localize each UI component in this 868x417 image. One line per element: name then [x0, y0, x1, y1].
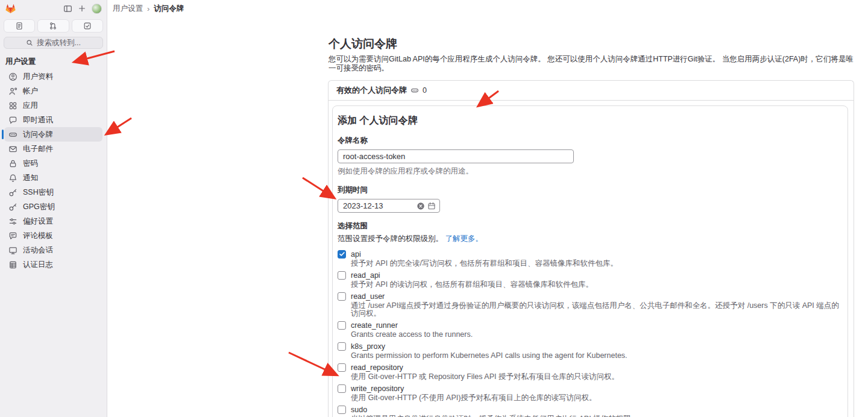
search-icon — [26, 39, 33, 46]
active-tokens-header: 有效的个人访问令牌 0 — [329, 81, 854, 101]
scope-row-sudo: sudo当以管理员用户身份进行身份验证时，授予作为系统中任何用户执行 API 操… — [338, 405, 841, 417]
scope-description: 授予对 API 的完全读/写访问权，包括所有群组和项目、容器镜像库和软件包库。 — [351, 260, 841, 268]
sidebar-item-password[interactable]: 密码 — [4, 156, 102, 171]
scope-name[interactable]: sudo — [351, 406, 367, 414]
sidebar-item-applications[interactable]: 应用 — [4, 98, 102, 113]
key-icon — [8, 188, 17, 197]
scope-row-api: api授予对 API 的完全读/写访问权，包括所有群组和项目、容器镜像库和软件包… — [338, 249, 841, 268]
sidebar-toggle-icon[interactable] — [63, 4, 72, 13]
scope-description: 授予对 API 的读访问权，包括所有群组和项目、容器镜像库和软件包库。 — [351, 281, 841, 289]
sidebar-item-gpg-keys[interactable]: GPG密钥 — [4, 199, 102, 214]
scope-checkbox-read_api[interactable] — [338, 271, 346, 280]
sidebar-item-active-sessions[interactable]: 活动会话 — [4, 243, 102, 257]
sidebar-item-label: GPG密钥 — [23, 202, 55, 212]
sidebar-item-account[interactable]: 帐户 — [4, 84, 102, 98]
sidebar: 搜索或转到... 用户设置 用户资料帐户应用即时通讯访问令牌电子邮件密码通知SS… — [0, 0, 107, 417]
active-tokens-card: 有效的个人访问令牌 0 添加 个人访问令牌 令牌名称 例如使用令牌的应用程序或令… — [328, 80, 854, 417]
sidebar-item-preferences[interactable]: 偏好设置 — [4, 214, 102, 228]
breadcrumb-access-tokens: 访问令牌 — [154, 4, 184, 14]
scopes-help-text: 范围设置授予令牌的权限级别。 — [338, 234, 443, 243]
scope-description: Grants permission to perform Kubernetes … — [351, 352, 841, 360]
log-icon — [8, 260, 17, 269]
scope-name[interactable]: write_repository — [351, 384, 404, 393]
sidebar-item-label: 用户资料 — [23, 72, 53, 82]
sidebar-item-label: 认证日志 — [23, 260, 53, 270]
scope-row-write_repository: write_repository使用 Git-over-HTTP (不使用 AP… — [338, 384, 841, 402]
sidebar-item-ssh-keys[interactable]: SSH密钥 — [4, 185, 102, 199]
expiry-date-input[interactable] — [338, 199, 414, 212]
mail-icon — [8, 145, 17, 154]
token-name-input[interactable] — [338, 149, 574, 163]
sidebar-section-label: 用户设置 — [5, 57, 107, 67]
scope-checkbox-sudo[interactable] — [338, 406, 346, 414]
scopes-label: 选择范围 — [338, 221, 841, 231]
sidebar-nav: 用户资料帐户应用即时通讯访问令牌电子邮件密码通知SSH密钥GPG密钥偏好设置评论… — [0, 69, 107, 272]
token-name-help: 例如使用令牌的应用程序或令牌的用途。 — [338, 166, 841, 177]
scope-checkbox-read_repository[interactable] — [338, 363, 346, 372]
scope-name[interactable]: api — [351, 250, 361, 259]
sidebar-item-notifications[interactable]: 通知 — [4, 171, 102, 185]
scope-name[interactable]: k8s_proxy — [351, 342, 385, 351]
sidebar-item-access-tokens[interactable]: 访问令牌 — [4, 127, 102, 142]
sidebar-item-label: 访问令牌 — [23, 130, 53, 140]
scope-checkbox-api[interactable] — [338, 250, 346, 259]
chat-icon — [8, 116, 17, 125]
scope-row-k8s_proxy: k8s_proxyGrants permission to perform Ku… — [338, 342, 841, 360]
merge-requests-shortcut-button[interactable] — [37, 19, 69, 33]
sidebar-item-chat[interactable]: 即时通讯 — [4, 113, 102, 127]
issues-shortcut-button[interactable] — [4, 19, 35, 33]
scope-name[interactable]: create_runner — [351, 321, 398, 330]
scope-row-create_runner: create_runnerGrants create access to the… — [338, 321, 841, 339]
avatar[interactable] — [92, 4, 102, 14]
scope-row-read_api: read_api授予对 API 的读访问权，包括所有群组和项目、容器镜像库和软件… — [338, 271, 841, 289]
scope-description: 通过 /user API端点授予对通过身份验证的用户概要的只读访问权，该端点包括… — [351, 302, 841, 318]
search-input[interactable]: 搜索或转到... — [4, 37, 103, 49]
scope-checkbox-k8s_proxy[interactable] — [338, 342, 346, 351]
sidebar-item-label: 应用 — [23, 101, 38, 111]
scope-description: Grants create access to the runners. — [351, 331, 841, 339]
sidebar-item-emails[interactable]: 电子邮件 — [4, 142, 102, 156]
scope-description: 使用 Git-over-HTTP 或 Repository Files API … — [351, 373, 841, 381]
gitlab-logo-icon[interactable] — [5, 3, 16, 14]
chevron-right-icon: › — [147, 4, 149, 13]
expiry-date-field[interactable] — [338, 199, 440, 213]
main-content: 个人访问令牌 您可以为需要访问GitLab API的每个应用程序生成个人访问令牌… — [328, 17, 854, 417]
scopes-list: api授予对 API 的完全读/写访问权，包括所有群组和项目、容器镜像库和软件包… — [338, 249, 841, 417]
sidebar-item-label: 偏好设置 — [23, 216, 53, 227]
account-icon — [8, 87, 17, 96]
calendar-icon[interactable] — [427, 202, 436, 210]
scope-name[interactable]: read_user — [351, 292, 385, 301]
sidebar-item-label: 通知 — [23, 173, 38, 183]
scope-checkbox-create_runner[interactable] — [338, 321, 346, 330]
scope-checkbox-write_repository[interactable] — [338, 384, 346, 393]
sidebar-item-label: 电子邮件 — [23, 144, 53, 154]
plus-icon[interactable] — [78, 4, 86, 13]
sidebar-item-authentication-log[interactable]: 认证日志 — [4, 257, 102, 272]
scope-name[interactable]: read_api — [351, 271, 380, 280]
todo-check-icon — [83, 22, 92, 30]
scope-description: 使用 Git-over-HTTP (不使用 API)授予对私有项目上的仓库的读写… — [351, 394, 841, 402]
comment-icon — [8, 231, 17, 240]
annotation-arrow — [108, 118, 131, 133]
monitor-icon — [8, 246, 17, 255]
sidebar-item-label: SSH密钥 — [23, 187, 54, 198]
expiry-label: 到期时间 — [338, 185, 841, 195]
active-tokens-count: 0 — [423, 86, 427, 95]
todo-shortcut-button[interactable] — [72, 19, 103, 33]
token-icon — [410, 86, 419, 95]
token-icon — [8, 130, 17, 139]
clear-date-icon[interactable] — [417, 202, 425, 210]
scope-name[interactable]: read_repository — [351, 363, 403, 372]
sidebar-item-comment-templates[interactable]: 评论模板 — [4, 228, 102, 243]
learn-more-link[interactable]: 了解更多。 — [445, 234, 483, 243]
user-circle-icon — [8, 72, 17, 81]
sidebar-item-profile[interactable]: 用户资料 — [4, 69, 102, 84]
page-title: 个人访问令牌 — [329, 37, 854, 51]
lock-icon — [8, 159, 17, 168]
form-title: 添加 个人访问令牌 — [338, 114, 841, 127]
issues-icon — [15, 22, 24, 30]
sidebar-item-label: 活动会话 — [23, 245, 53, 256]
scope-checkbox-read_user[interactable] — [338, 292, 346, 301]
breadcrumb-user-settings[interactable]: 用户设置 — [113, 4, 143, 14]
page-description: 您可以为需要访问GitLab API的每个应用程序生成个人访问令牌。 您还可以使… — [329, 55, 854, 73]
